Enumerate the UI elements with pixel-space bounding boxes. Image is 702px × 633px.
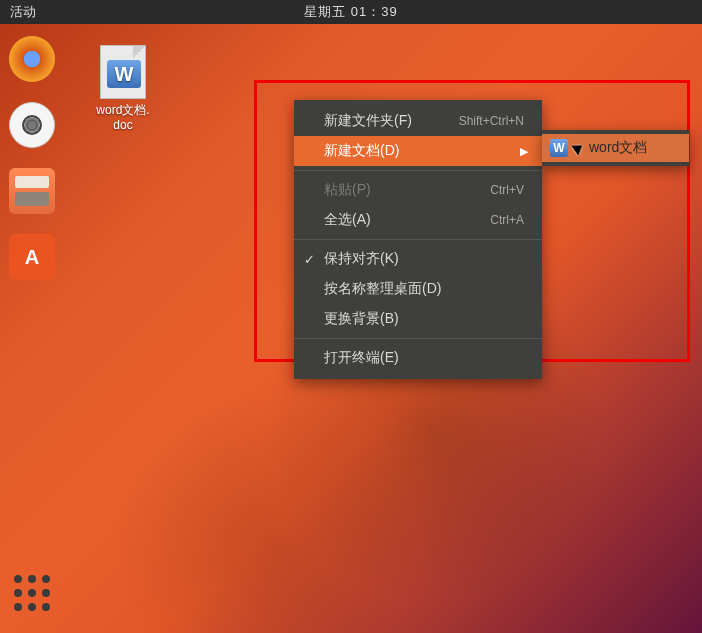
desktop-file-word-doc[interactable]: W word文档. doc — [90, 45, 156, 133]
submenu-arrow-icon: ▶ — [520, 145, 528, 158]
menu-open-terminal[interactable]: 打开终端(E) — [294, 343, 542, 373]
menu-label: 更换背景(B) — [324, 310, 399, 328]
menu-label: 按名称整理桌面(D) — [324, 280, 441, 298]
dock-files-icon[interactable] — [9, 168, 55, 214]
dock-software-icon[interactable] — [9, 234, 55, 280]
desktop-file-label: word文档. doc — [90, 103, 156, 133]
submenu-word-doc[interactable]: W word文档 — [542, 134, 689, 162]
dock — [9, 36, 61, 280]
menu-label: 保持对齐(K) — [324, 250, 399, 268]
menu-new-document[interactable]: 新建文档(D) ▶ — [294, 136, 542, 166]
activities-button[interactable]: 活动 — [0, 3, 36, 21]
menu-keep-aligned[interactable]: ✓ 保持对齐(K) — [294, 244, 542, 274]
dock-firefox-icon[interactable] — [9, 36, 55, 82]
show-applications-button[interactable] — [14, 575, 54, 615]
desktop[interactable]: 活动 星期五 01：39 W word文档. doc 新建文件夹(F) Shif… — [0, 0, 702, 633]
menu-separator — [294, 170, 542, 171]
menu-shortcut: Shift+Ctrl+N — [459, 114, 524, 128]
word-doc-icon: W — [100, 45, 146, 99]
menu-label: 打开终端(E) — [324, 349, 399, 367]
menu-label: 新建文档(D) — [324, 142, 399, 160]
menu-organize-by-name[interactable]: 按名称整理桌面(D) — [294, 274, 542, 304]
menu-separator — [294, 338, 542, 339]
cursor-icon — [571, 141, 585, 156]
word-icon: W — [550, 139, 568, 157]
desktop-context-menu: 新建文件夹(F) Shift+Ctrl+N 新建文档(D) ▶ 粘贴(P) Ct… — [294, 100, 542, 379]
submenu-label: word文档 — [589, 139, 647, 157]
menu-new-folder[interactable]: 新建文件夹(F) Shift+Ctrl+N — [294, 106, 542, 136]
menu-select-all[interactable]: 全选(A) Ctrl+A — [294, 205, 542, 235]
menu-change-background[interactable]: 更换背景(B) — [294, 304, 542, 334]
check-icon: ✓ — [304, 252, 315, 267]
clock[interactable]: 星期五 01：39 — [304, 3, 398, 21]
new-document-submenu: W word文档 — [542, 130, 689, 166]
menu-label: 粘贴(P) — [324, 181, 371, 199]
menu-shortcut: Ctrl+V — [490, 183, 524, 197]
menu-label: 新建文件夹(F) — [324, 112, 412, 130]
dock-music-icon[interactable] — [9, 102, 55, 148]
top-bar: 活动 星期五 01：39 — [0, 0, 702, 24]
menu-label: 全选(A) — [324, 211, 371, 229]
menu-shortcut: Ctrl+A — [490, 213, 524, 227]
menu-separator — [294, 239, 542, 240]
menu-paste: 粘贴(P) Ctrl+V — [294, 175, 542, 205]
